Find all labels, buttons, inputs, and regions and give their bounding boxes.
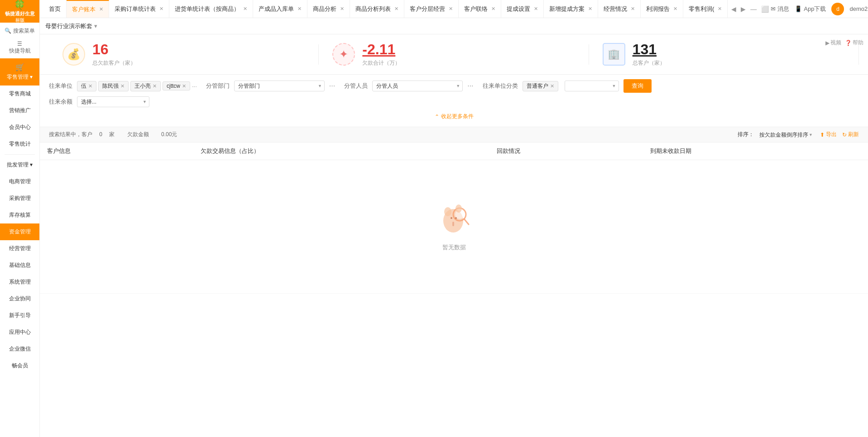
tag-close-wu[interactable]: ✕	[88, 83, 92, 89]
balance-select[interactable]: 选择...	[77, 96, 149, 107]
tab-inbound-stats-label: 进货单统计表（按商品）	[175, 5, 240, 13]
export-btn[interactable]: ⬆ 导出	[820, 131, 837, 138]
sidebar-menu: 🛒 零售管理 ▾ 零售商城 营销推广 会员中心 零售统计 批发管理 ▾ 电商管理…	[0, 58, 39, 437]
toolbar-actions: 排序： 按欠款金额倒序排序 ⬆ 导出 ↻ 刷新	[738, 131, 859, 138]
filter-tag-cjttcw[interactable]: cjttcw ✕	[163, 81, 190, 90]
store-selector[interactable]: 母婴行业演示帐套 ▾	[45, 22, 97, 30]
sidebar-search[interactable]: 🔍 搜索菜单	[0, 23, 39, 37]
username-label: demo2	[849, 5, 868, 12]
tab-boost-settings-close[interactable]: ✕	[534, 6, 538, 12]
tab-scroll-right[interactable]: ▶	[739, 5, 748, 14]
sidebar-item-basic-info[interactable]: 基础信息	[0, 257, 39, 274]
store-selector-bar: 母婴行业演示帐套 ▾	[40, 18, 868, 34]
sidebar-item-member-center[interactable]: 会员中心	[0, 119, 39, 136]
tab-product-analysis-close[interactable]: ✕	[340, 6, 344, 12]
tab-boost-settings[interactable]: 提成设置 ✕	[501, 0, 544, 18]
result-unit: 家	[109, 131, 115, 138]
tab-scroll-left[interactable]: ◀	[729, 5, 738, 14]
app-download-btn[interactable]: 📱 App下载	[795, 5, 826, 13]
sort-select[interactable]: 按欠款金额倒序排序	[759, 132, 815, 138]
tab-retail-profit-close[interactable]: ✕	[718, 6, 722, 12]
sidebar-item-app-center[interactable]: 应用中心	[0, 324, 39, 341]
sidebar-item-enterprise-collab[interactable]: 企业协同	[0, 290, 39, 307]
col-debt-info: 欠款交易信息（占比）	[193, 142, 489, 160]
sidebar-item-marketing[interactable]: 营销推广	[0, 102, 39, 119]
unit-type-select[interactable]	[565, 81, 619, 91]
filter-area: 往来单位 伍 ✕ 陈民强 ✕ 王小亮 ✕ cjttcw ✕ ···	[40, 75, 868, 127]
sidebar-label-retail-stats: 零售统计	[9, 140, 31, 148]
tab-product-analysis-list-label: 商品分析列表	[355, 5, 391, 13]
export-label: 导出	[826, 131, 837, 138]
dept-select[interactable]: 分管部门	[234, 81, 325, 91]
store-dropdown-arrow: ▾	[94, 23, 97, 29]
manager-select[interactable]: 分管人员	[372, 81, 463, 91]
filter-tag-wu[interactable]: 伍 ✕	[77, 81, 96, 91]
sidebar-item-sys-mgmt[interactable]: 系统管理	[0, 274, 39, 290]
tab-operations-label: 经营情况	[604, 5, 627, 13]
sidebar-item-retail-mgmt[interactable]: 🛒 零售管理 ▾	[0, 58, 39, 86]
tab-product-analysis-list-close[interactable]: ✕	[394, 6, 398, 12]
filter-tag-wang[interactable]: 王小亮 ✕	[130, 81, 161, 91]
sidebar-item-retail-stats[interactable]: 零售统计	[0, 136, 39, 152]
sidebar-item-inventory-check[interactable]: 库存核算	[0, 207, 39, 223]
dept-extra-filter[interactable]: ···	[329, 82, 335, 90]
tab-product-analysis-list[interactable]: 商品分析列表 ✕	[350, 0, 404, 18]
user-avatar[interactable]: d	[831, 3, 844, 15]
sidebar-item-wholesale-mgmt[interactable]: 批发管理 ▾	[0, 157, 39, 173]
sidebar-item-vip-member[interactable]: 畅会员	[0, 357, 39, 374]
message-btn[interactable]: ✉ 消息	[771, 5, 789, 13]
tab-production-inbound[interactable]: 产成品入库单 ✕	[253, 0, 307, 18]
tab-production-inbound-close[interactable]: ✕	[297, 6, 302, 12]
tab-customer-tier-close[interactable]: ✕	[449, 6, 453, 12]
filter-tag-common-customer[interactable]: 普通客户 ✕	[523, 81, 558, 91]
filter-more-tags[interactable]: ···	[192, 83, 197, 90]
result-summary: 搜索结果中，客户 0 家 欠款金额 0.00元	[49, 131, 182, 138]
tab-operations-close[interactable]: ✕	[631, 6, 635, 12]
sidebar-item-enterprise-wechat[interactable]: 企业微信	[0, 341, 39, 357]
tab-retail-profit[interactable]: 零售利润( ✕	[683, 0, 728, 18]
tab-window-maximize[interactable]: ⬜	[759, 5, 771, 14]
tab-customer-tier[interactable]: 客户分层经营 ✕	[404, 0, 459, 18]
export-icon: ⬆	[820, 132, 825, 138]
tab-purchase-orders[interactable]: 采购订单统计表 ✕	[109, 0, 169, 18]
sidebar-item-purchase-mgmt[interactable]: 采购管理	[0, 190, 39, 207]
tab-profit-report[interactable]: 利润报告 ✕	[641, 0, 683, 18]
col-due-date: 到期未收款日期	[643, 142, 868, 160]
tab-window-minimize[interactable]: —	[748, 5, 758, 14]
tab-customer-accounts-close[interactable]: ✕	[99, 6, 103, 12]
refresh-btn[interactable]: ↻ 刷新	[842, 131, 859, 138]
svg-point-5	[456, 204, 462, 213]
tab-new-boost-plan-close[interactable]: ✕	[588, 6, 592, 12]
tab-product-analysis[interactable]: 商品分析 ✕	[307, 0, 350, 18]
tag-close-cjttcw[interactable]: ✕	[182, 83, 186, 89]
tab-inbound-stats-close[interactable]: ✕	[243, 6, 247, 12]
sidebar-item-ecommerce-mgmt[interactable]: 电商管理	[0, 173, 39, 190]
video-btn[interactable]: ▶ 视频	[825, 39, 841, 47]
tab-customer-contact-close[interactable]: ✕	[491, 6, 495, 12]
tab-product-analysis-label: 商品分析	[313, 5, 336, 13]
tag-close-wang[interactable]: ✕	[153, 83, 157, 89]
sidebar-item-retail-mall[interactable]: 零售商城	[0, 86, 39, 102]
tab-operations[interactable]: 经营情况 ✕	[598, 0, 641, 18]
help-icon: ❓	[845, 40, 852, 46]
tab-scroll-arrows: ◀ ▶ — ⬜	[729, 5, 771, 14]
tab-home[interactable]: 首页	[43, 0, 67, 18]
sidebar-item-finance-mgmt[interactable]: 资金管理	[0, 223, 39, 240]
tag-close-chen[interactable]: ✕	[120, 83, 125, 89]
manager-extra-filter[interactable]: ···	[467, 82, 473, 90]
sidebar-item-new-guide[interactable]: 新手引导	[0, 307, 39, 324]
sidebar-item-ops-mgmt[interactable]: 经营管理	[0, 240, 39, 257]
tab-profit-report-close[interactable]: ✕	[673, 6, 677, 12]
tab-customer-accounts[interactable]: 客户账本 ✕	[67, 0, 109, 18]
tag-close-common-customer[interactable]: ✕	[550, 83, 554, 89]
help-btn[interactable]: ❓ 帮助	[845, 39, 863, 47]
filter-tag-chen[interactable]: 陈民强 ✕	[98, 81, 129, 91]
tab-purchase-orders-close[interactable]: ✕	[159, 6, 163, 12]
tab-inbound-stats[interactable]: 进货单统计表（按商品） ✕	[169, 0, 253, 18]
tab-customer-contact[interactable]: 客户联络 ✕	[459, 0, 501, 18]
filter-collapse-btn[interactable]: ⌃ 收起更多条件	[49, 111, 859, 122]
query-button[interactable]: 查询	[623, 79, 652, 93]
quick-nav[interactable]: ☰ 快捷导航	[0, 37, 39, 58]
tab-new-boost-plan[interactable]: 新增提成方案 ✕	[544, 0, 598, 18]
result-toolbar: 搜索结果中，客户 0 家 欠款金额 0.00元 排序： 按欠款金额倒序排序 ⬆ …	[40, 127, 868, 142]
